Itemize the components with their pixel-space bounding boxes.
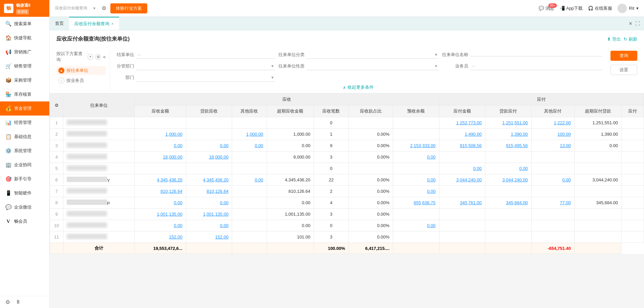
row-ap-loan[interactable]: 915,495.56: [485, 140, 531, 151]
row-ar-other[interactable]: [232, 151, 267, 163]
fenguan-select[interactable]: ▾: [136, 62, 275, 70]
row-ap-other[interactable]: [531, 209, 574, 220]
header-online-service[interactable]: 🎧 在线客服: [588, 5, 612, 11]
row-ar-loan[interactable]: 4,345,436.20: [186, 174, 232, 186]
row-ar-amount[interactable]: 0.00: [135, 140, 186, 151]
row-ap-other[interactable]: 77.00: [531, 197, 574, 209]
row-ar-loan[interactable]: [186, 129, 232, 140]
sidebar-item-vip[interactable]: V 畅会员: [0, 214, 49, 228]
row-ar-prepay[interactable]: 655,636.75: [393, 197, 439, 209]
row-ap-other[interactable]: 1,222.00: [531, 117, 574, 129]
row-ar-amount[interactable]: 0.00: [135, 197, 186, 209]
row-ar-other[interactable]: [232, 117, 267, 129]
row-ar-loan[interactable]: 18,000.00: [186, 151, 232, 163]
row-ap-other[interactable]: 0.00: [531, 174, 574, 186]
row-ap-amount[interactable]: 1,252,773.00: [439, 117, 485, 129]
lailai-nature-select[interactable]: ▾: [307, 62, 439, 70]
business-input[interactable]: ···: [470, 62, 602, 70]
row-ar-amount[interactable]: 1,000.00: [135, 129, 186, 140]
row-ar-loan[interactable]: 0.00: [186, 220, 232, 231]
row-ap-amount[interactable]: [439, 151, 485, 163]
tab-close-window-icon[interactable]: ✕: [629, 21, 633, 26]
row-ar-amount[interactable]: 4,345,436.20: [135, 174, 186, 186]
row-ap-loan[interactable]: 1,251,551.00: [485, 117, 531, 129]
query-button[interactable]: 查询: [610, 51, 637, 61]
header-gear-icon[interactable]: ⚙: [102, 5, 106, 11]
solution-button[interactable]: 体验行业方案: [110, 3, 147, 13]
row-ap-loan[interactable]: [485, 209, 531, 220]
row-ar-amount[interactable]: [135, 117, 186, 129]
row-ar-loan[interactable]: [186, 163, 232, 174]
row-ar-loan[interactable]: 152.00: [186, 231, 232, 243]
row-ap-amount[interactable]: [439, 186, 485, 197]
row-ar-amount[interactable]: [135, 163, 186, 174]
row-ar-prepay[interactable]: 0.00: [393, 174, 439, 186]
header-user[interactable]: Rit ▾: [618, 4, 639, 13]
row-ar-loan[interactable]: 0.00: [186, 140, 232, 151]
row-ap-loan[interactable]: [485, 231, 531, 243]
row-ap-loan[interactable]: 1,390.00: [485, 129, 531, 140]
row-ar-other[interactable]: 1,000.00: [232, 129, 267, 140]
sidebar-item-system[interactable]: ⚙️ 系统管理: [0, 144, 49, 158]
row-ap-other[interactable]: [531, 163, 574, 174]
nav-arrow-icon[interactable]: ▾: [91, 5, 98, 11]
sidebar-item-wechat[interactable]: 💬 企业微信: [0, 200, 49, 214]
row-ap-loan[interactable]: [485, 151, 531, 163]
jiesuan-input[interactable]: ···: [136, 51, 275, 59]
row-ap-other[interactable]: 100.00: [531, 129, 574, 140]
row-ap-amount[interactable]: [439, 220, 485, 231]
sidebar-item-guide[interactable]: 🎯 新手引导: [0, 172, 49, 186]
row-ar-prepay[interactable]: [393, 129, 439, 140]
bottom-settings-icon[interactable]: ⚙: [5, 299, 10, 305]
sidebar-item-corp[interactable]: 🏢 企业协同: [0, 158, 49, 172]
sidebar-item-hardware[interactable]: 📱 智能硬件: [0, 186, 49, 200]
settings-button[interactable]: 设置: [610, 65, 637, 75]
filter-option-staff[interactable]: ○ 按业务员: [56, 76, 106, 85]
row-ap-other[interactable]: [531, 186, 574, 197]
tab-close-icon[interactable]: ×: [111, 21, 114, 26]
col-settings[interactable]: ⚙: [50, 94, 63, 117]
row-ap-other[interactable]: [531, 220, 574, 231]
row-ar-other[interactable]: [232, 209, 267, 220]
row-ap-amount[interactable]: [439, 231, 485, 243]
table-settings-icon[interactable]: ⚙: [55, 103, 59, 108]
filter-option-partner[interactable]: ● 按往来单位: [56, 66, 106, 75]
row-ap-loan[interactable]: 345,684.00: [485, 197, 531, 209]
filter-collapse-button[interactable]: «: [103, 54, 106, 59]
row-ar-prepay[interactable]: 2,153,333.00: [393, 140, 439, 151]
row-ar-prepay[interactable]: 0.00: [393, 220, 439, 231]
sidebar-item-search[interactable]: 🔍 搜索菜单: [0, 17, 49, 31]
row-ap-loan[interactable]: 0.00: [485, 163, 531, 174]
sidebar-item-quick[interactable]: 🏠 快捷导航: [0, 31, 49, 45]
row-ar-amount[interactable]: 1,001,135.00: [135, 209, 186, 220]
row-ap-loan[interactable]: 3,044,240.00: [485, 174, 531, 186]
row-ap-other[interactable]: 13.00: [531, 140, 574, 151]
row-ar-loan[interactable]: 1,001,135.00: [186, 209, 232, 220]
sidebar-item-purchase[interactable]: 📦 采购管理: [0, 73, 49, 87]
row-ar-prepay[interactable]: [393, 163, 439, 174]
row-ap-amount[interactable]: 3,044,240.00: [439, 174, 485, 186]
row-ar-loan[interactable]: [186, 117, 232, 129]
dept-select[interactable]: ▾: [136, 74, 275, 82]
header-app-download[interactable]: 📲 App下载: [559, 5, 583, 11]
row-ap-amount[interactable]: 1,490.00: [439, 129, 485, 140]
sidebar-item-finance[interactable]: 💰 资金管理: [0, 101, 49, 116]
row-ar-amount[interactable]: 152.00: [135, 231, 186, 243]
row-ap-other[interactable]: [531, 151, 574, 163]
row-ar-prepay[interactable]: 0.00: [393, 151, 439, 163]
row-ar-amount[interactable]: 18,000.00: [135, 151, 186, 163]
row-ar-other[interactable]: 0.00: [232, 174, 267, 186]
tab-expand-icon[interactable]: ⛶: [635, 21, 640, 26]
header-message[interactable]: 💬 消息 99+: [539, 5, 554, 11]
lailai-cat-select[interactable]: ▾: [307, 51, 439, 59]
row-ar-loan[interactable]: 810,126.64: [186, 186, 232, 197]
row-ar-prepay[interactable]: 0.00: [393, 186, 439, 197]
row-ap-loan[interactable]: [485, 220, 531, 231]
tab-home[interactable]: 首页: [50, 17, 69, 30]
row-ar-other[interactable]: [232, 220, 267, 231]
refresh-button[interactable]: ↻ 刷新: [624, 36, 637, 42]
sidebar-item-basic[interactable]: 📋 基础信息: [0, 130, 49, 144]
row-ar-prepay[interactable]: [393, 117, 439, 129]
tab-arquery[interactable]: 应收应付余额查询 ×: [69, 17, 119, 30]
row-ar-amount[interactable]: 810,126.64: [135, 186, 186, 197]
